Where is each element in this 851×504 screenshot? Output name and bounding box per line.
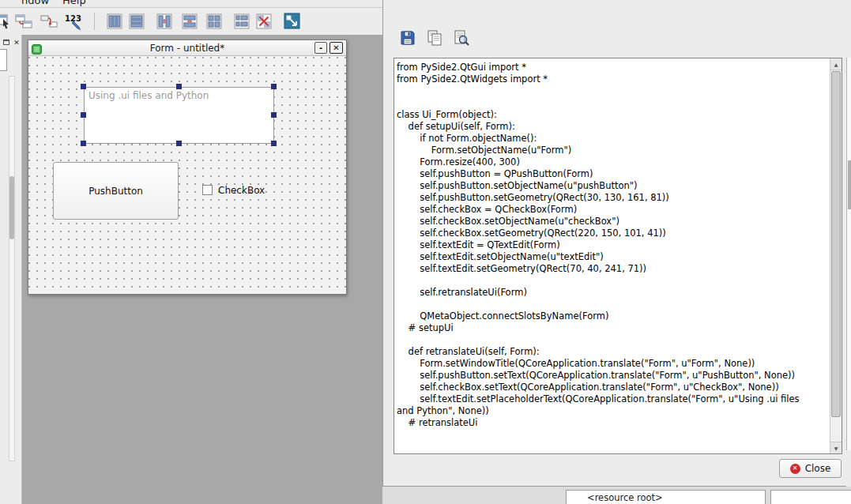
widgetbox-filter-sliver[interactable] xyxy=(0,49,7,71)
code-scrollbar[interactable]: ▲ ▼ xyxy=(830,58,842,453)
code-line: # retranslateUi xyxy=(397,417,827,429)
copy-icon xyxy=(425,28,444,47)
lay-out-in-form-layout-icon xyxy=(233,13,250,30)
top-bar: ndowHelp xyxy=(0,0,382,35)
form-canvas[interactable]: Using .ui files and Python PushButton Ch… xyxy=(28,56,346,294)
lay-out-vertically-in-splitter-button[interactable] xyxy=(179,10,200,32)
lay-out-horizontally-button[interactable] xyxy=(104,10,125,32)
form-window-title: Form - untitled* xyxy=(28,43,346,54)
save-button[interactable] xyxy=(397,27,418,49)
selection-handle-bottom-left[interactable] xyxy=(81,141,86,146)
form-close-button[interactable]: ✕ xyxy=(329,42,343,54)
selection-handle-middle-left[interactable] xyxy=(81,112,86,118)
textedit-widget[interactable]: Using .ui files and Python xyxy=(84,87,274,144)
code-view[interactable]: from PySide2.QtGui import *from PySide2.… xyxy=(393,58,842,454)
edit-buddies-button[interactable] xyxy=(39,10,59,32)
dock-float-button[interactable] xyxy=(2,37,11,47)
find-button[interactable] xyxy=(451,27,472,49)
break-layout-button[interactable] xyxy=(254,10,274,32)
minimize-icon: - xyxy=(319,43,322,52)
code-line: self.textEdit.setObjectName(u"textEdit") xyxy=(397,251,827,263)
code-preview-dialog: from PySide2.QtGui import *from PySide2.… xyxy=(382,0,846,487)
code-line xyxy=(397,299,827,310)
code-line xyxy=(397,85,827,97)
pushbutton-widget[interactable]: PushButton xyxy=(53,162,179,220)
code-line: self.checkBox.setObjectName(u"checkBox") xyxy=(397,216,827,228)
lay-out-in-form-layout-button[interactable] xyxy=(232,10,252,32)
code-line: self.pushButton = QPushButton(Form) xyxy=(397,168,827,180)
textedit-placeholder: Using .ui files and Python xyxy=(88,90,209,101)
dialog-close-button[interactable]: ✕ Close xyxy=(779,459,842,478)
menu-item-help[interactable]: Help xyxy=(62,0,86,6)
checkbox-indicator[interactable] xyxy=(202,185,213,195)
code-line: self.retranslateUi(Form) xyxy=(397,287,827,299)
lay-out-in-grid-icon xyxy=(205,13,223,30)
close-x-glyph: ✕ xyxy=(793,465,798,472)
edit-tab-order-button[interactable]: 123 xyxy=(63,10,84,32)
form-minimize-button[interactable]: - xyxy=(314,42,327,54)
left-dock-scrollbar-handle[interactable] xyxy=(9,176,14,239)
code-line: def setupUi(self, Form): xyxy=(397,121,827,133)
lay-out-horizontally-in-splitter-icon xyxy=(156,13,173,30)
workspace: Form - untitled* - ✕ Using .ui files and… xyxy=(23,35,382,504)
checkbox-label: CheckBox xyxy=(218,185,265,196)
menu-item-window[interactable]: ndow xyxy=(21,0,49,6)
copy-button[interactable] xyxy=(424,27,445,49)
edit-widgets-icon xyxy=(0,13,12,30)
code-line xyxy=(397,275,827,287)
right-edge-scrollbar-handle[interactable] xyxy=(848,160,851,209)
resource-browser-item[interactable]: <resource root> xyxy=(566,490,766,504)
adjust-size-icon xyxy=(283,12,302,31)
toolbar: 123 xyxy=(0,9,382,33)
break-layout-icon xyxy=(255,13,273,30)
code-line: self.pushButton.setText(QCoreApplication… xyxy=(397,370,827,382)
lay-out-in-grid-button[interactable] xyxy=(204,10,224,32)
selection-handle-middle-right[interactable] xyxy=(271,112,277,118)
selection-handle-top-middle[interactable] xyxy=(176,84,182,89)
code-line xyxy=(397,334,827,346)
code-line xyxy=(397,97,827,109)
dock-close-icon: ✕ xyxy=(13,39,20,47)
form-window-titlebar[interactable]: Form - untitled* - ✕ xyxy=(28,40,346,56)
code-line: from PySide2.QtWidgets import * xyxy=(397,73,827,85)
lay-out-horizontally-icon xyxy=(106,13,123,30)
selection-handle-top-right[interactable] xyxy=(271,84,277,89)
code-line: Form.resize(400, 300) xyxy=(397,156,827,168)
toolbar-separator xyxy=(94,13,95,30)
lay-out-vertically-icon xyxy=(128,13,145,30)
edit-tab-order-icon: 123 xyxy=(64,13,83,30)
selection-handle-bottom-middle[interactable] xyxy=(176,141,182,146)
code-line: self.checkBox.setGeometry(QRect(220, 150… xyxy=(397,228,827,239)
dock-close-button[interactable]: ✕ xyxy=(12,37,21,47)
selection-handle-bottom-right[interactable] xyxy=(271,141,277,146)
code-line: self.textEdit = QTextEdit(Form) xyxy=(397,239,827,251)
code-line: self.pushButton.setObjectName(u"pushButt… xyxy=(397,180,827,192)
close-circle-icon: ✕ xyxy=(790,464,800,474)
code-lines: from PySide2.QtGui import *from PySide2.… xyxy=(394,58,830,453)
form-editor-window[interactable]: Form - untitled* - ✕ Using .ui files and… xyxy=(28,39,347,295)
code-line: from PySide2.QtGui import * xyxy=(397,62,827,73)
close-icon: ✕ xyxy=(333,43,339,52)
menubar-separator xyxy=(0,7,382,8)
scroll-down-button[interactable]: ▼ xyxy=(830,442,842,453)
code-dialog-toolbar xyxy=(397,27,472,49)
edit-signals-slots-button[interactable] xyxy=(13,10,34,32)
code-line: and Python", None)) xyxy=(397,405,827,417)
right-edge-scrollbar[interactable] xyxy=(846,58,851,450)
checkbox-widget[interactable]: CheckBox xyxy=(202,184,265,196)
left-dock-scrollbar[interactable] xyxy=(9,76,15,461)
scroll-up-button[interactable]: ▲ xyxy=(830,58,842,70)
code-scrollbar-handle[interactable] xyxy=(831,71,841,417)
lay-out-horizontally-in-splitter-button[interactable] xyxy=(154,10,175,32)
lay-out-vertically-button[interactable] xyxy=(126,10,147,32)
code-line: if not Form.objectName(): xyxy=(397,133,827,145)
menubar: ndowHelp xyxy=(21,0,100,6)
code-line: self.checkBox.setText(QCoreApplication.t… xyxy=(397,382,827,393)
code-line: # setupUi xyxy=(397,322,827,334)
selection-handle-top-left[interactable] xyxy=(81,84,86,89)
code-line: self.textEdit.setPlaceholderText(QCoreAp… xyxy=(397,393,827,405)
dock-float-icon xyxy=(3,39,9,45)
adjust-size-button[interactable] xyxy=(282,10,303,32)
edit-widgets-button[interactable] xyxy=(0,10,13,32)
find-icon xyxy=(452,28,471,47)
